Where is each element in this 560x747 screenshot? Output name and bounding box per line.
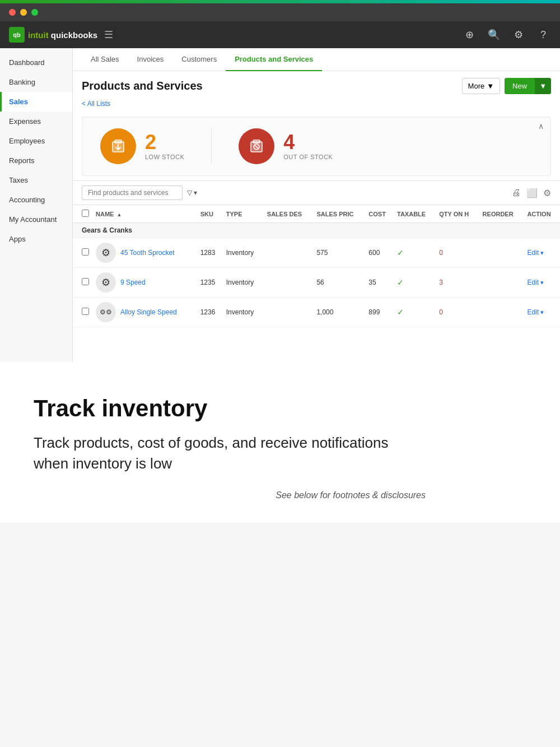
table-toolbar: ▽ ▾ 🖨 ⬜ ⚙: [73, 180, 560, 205]
maximize-dot[interactable]: [31, 9, 38, 16]
page-header: Products and Services More ▼ New ▼: [73, 71, 560, 99]
sidebar-item-sales[interactable]: Sales: [0, 92, 72, 112]
minimize-dot[interactable]: [20, 9, 27, 16]
tab-products-and-services[interactable]: Products and Services: [226, 48, 322, 71]
sidebar-item-taxes[interactable]: Taxes: [0, 170, 72, 190]
sidebar-item-reports[interactable]: Reports: [0, 151, 72, 170]
row2-edit-link[interactable]: Edit: [527, 279, 539, 286]
row1-checkbox[interactable]: [82, 248, 89, 256]
top-nav: qb intuit quickbooks ☰ ⊕ 🔍 ⚙ ?: [0, 21, 560, 48]
row3-reorder: [479, 298, 524, 327]
low-stock-icon: [100, 128, 136, 164]
add-icon[interactable]: ⊕: [461, 27, 477, 43]
select-all-checkbox[interactable]: [82, 210, 89, 217]
search-icon[interactable]: 🔍: [486, 27, 502, 43]
new-button[interactable]: New: [505, 78, 535, 94]
out-of-stock-stat: 4 OUT OF STOCK: [239, 128, 333, 164]
col-reorder[interactable]: REORDER: [479, 205, 524, 223]
tab-invoices[interactable]: Invoices: [128, 48, 173, 71]
help-icon[interactable]: ?: [535, 27, 551, 43]
low-stock-label: LOW STOCK: [145, 154, 184, 160]
sidebar-item-apps[interactable]: Apps: [0, 229, 72, 249]
row3-sales-desc: [264, 298, 314, 327]
col-name[interactable]: NAME ▲: [92, 205, 197, 223]
row3-sales-price: 1,000: [313, 298, 365, 327]
row2-action-cell: Edit ▾: [524, 268, 560, 298]
sidebar-item-dashboard[interactable]: Dashboard: [0, 53, 72, 72]
col-sales-desc[interactable]: SALES DES: [264, 205, 314, 223]
export-icon[interactable]: ⬜: [526, 188, 538, 198]
sidebar-item-expenses[interactable]: Expenses: [0, 112, 72, 131]
sidebar-item-banking[interactable]: Banking: [0, 72, 72, 92]
row2-type: Inventory: [223, 268, 264, 298]
table-row: ⚙ 9 Speed 1235 Inventory 56 35 ✓ 3: [73, 268, 560, 298]
row1-edit-link[interactable]: Edit: [527, 249, 539, 257]
marketing-section: Track inventory Track products, cost of …: [0, 362, 560, 523]
row3-taxable-check: ✓: [397, 308, 404, 317]
col-taxable[interactable]: TAXABLE: [394, 205, 436, 223]
row2-edit-arrow-icon[interactable]: ▾: [540, 279, 544, 286]
more-button[interactable]: More ▼: [462, 78, 501, 94]
row2-name-cell: ⚙ 9 Speed: [92, 268, 197, 298]
col-cost[interactable]: COST: [365, 205, 394, 223]
gear-icon[interactable]: ⚙: [511, 27, 526, 43]
print-icon[interactable]: 🖨: [512, 188, 521, 198]
row3-checkbox-cell: [73, 298, 92, 327]
col-type[interactable]: TYPE: [223, 205, 264, 223]
search-input[interactable]: [82, 185, 183, 200]
col-qty-on-hand[interactable]: QTY ON H: [436, 205, 479, 223]
row2-sales-price: 56: [313, 268, 365, 298]
row1-checkbox-cell: [73, 238, 92, 268]
col-sku[interactable]: SKU: [197, 205, 223, 223]
product-group-row: Gears & Cranks: [73, 223, 560, 238]
tab-bar: All Sales Invoices Customers Products an…: [73, 48, 560, 71]
row1-sales-price: 575: [313, 238, 365, 268]
row3-qty-value: 0: [439, 308, 443, 316]
row2-sales-desc: [264, 268, 314, 298]
svg-rect-3: [253, 140, 260, 143]
breadcrumb[interactable]: All Lists: [73, 99, 560, 112]
tab-all-sales[interactable]: All Sales: [82, 48, 128, 71]
row1-cost: 600: [365, 238, 394, 268]
hamburger-icon[interactable]: ☰: [104, 29, 113, 41]
filter-icon: ▽: [187, 189, 192, 197]
qb-brand-text: intuit quickbooks: [28, 30, 97, 40]
out-of-stock-icon: [239, 128, 274, 164]
row3-edit-link[interactable]: Edit: [527, 308, 539, 316]
row3-sku: 1236: [197, 298, 223, 327]
close-dot[interactable]: [9, 9, 16, 16]
row3-name-cell: ⚙⚙ Alloy Single Speed: [92, 298, 197, 327]
out-of-stock-number: 4: [283, 132, 333, 152]
sidebar-item-my-accountant[interactable]: My Accountant: [0, 210, 72, 229]
row1-sku: 1283: [197, 238, 223, 268]
low-stock-info: 2 LOW STOCK: [145, 132, 184, 160]
sidebar-item-employees[interactable]: Employees: [0, 131, 72, 151]
collapse-banner-icon[interactable]: ∧: [538, 122, 544, 131]
row1-taxable: ✓: [394, 238, 436, 268]
sidebar-item-accounting[interactable]: Accounting: [0, 190, 72, 210]
row2-checkbox-cell: [73, 268, 92, 298]
row3-edit-arrow-icon[interactable]: ▾: [540, 309, 544, 315]
tab-customers[interactable]: Customers: [172, 48, 226, 71]
row2-checkbox[interactable]: [82, 278, 89, 285]
content-area: All Sales Invoices Customers Products an…: [73, 48, 560, 362]
row3-taxable: ✓: [394, 298, 436, 327]
app-container: qb intuit quickbooks ☰ ⊕ 🔍 ⚙ ? Dashboard…: [0, 21, 560, 362]
out-of-stock-info: 4 OUT OF STOCK: [283, 132, 333, 160]
table-row: ⚙ 45 Tooth Sprocket 1283 Inventory 575 6…: [73, 238, 560, 268]
stats-banner: 2 LOW STOCK 4: [82, 117, 551, 176]
row2-product-name[interactable]: 9 Speed: [120, 279, 146, 286]
row3-product-name[interactable]: Alloy Single Speed: [120, 308, 177, 316]
row2-taxable-check: ✓: [397, 278, 404, 287]
row1-product-name[interactable]: 45 Tooth Sprocket: [120, 249, 175, 257]
row3-checkbox[interactable]: [82, 308, 89, 315]
row2-qty-value: 3: [439, 279, 443, 286]
filter-button[interactable]: ▽ ▾: [187, 189, 197, 197]
col-sales-price[interactable]: SALES PRIC: [313, 205, 365, 223]
row1-edit-arrow-icon[interactable]: ▾: [540, 249, 544, 256]
new-button-arrow[interactable]: ▼: [535, 78, 551, 94]
quickbooks-logo: qb intuit quickbooks: [9, 27, 97, 43]
settings-icon[interactable]: ⚙: [543, 188, 551, 198]
marketing-title: Track inventory: [34, 396, 526, 421]
row1-taxable-check: ✓: [397, 248, 404, 257]
